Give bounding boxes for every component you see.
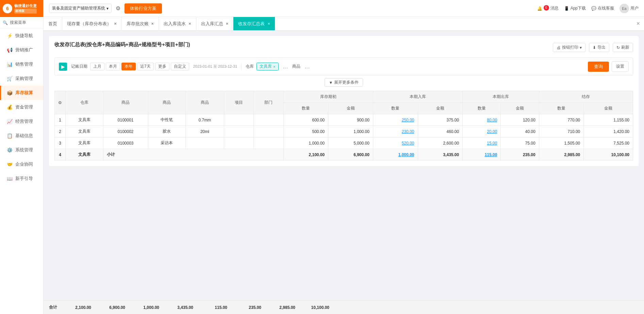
close-tab-icon[interactable]: × xyxy=(114,21,117,26)
date-recent7-btn[interactable]: 近7天 xyxy=(137,63,154,70)
sidebar-item-operations[interactable]: 📈 经营管理 xyxy=(0,114,43,129)
expand-more-btn[interactable]: ▼ 展开更多条件 xyxy=(325,78,363,87)
system-selector[interactable]: 装备及固定资产辅助管理系统 ▾ xyxy=(49,4,112,13)
sidebar-item-label: 资金管理 xyxy=(15,104,33,110)
close-tab-icon[interactable]: × xyxy=(151,21,154,26)
settings-icon[interactable]: ⚙ xyxy=(116,5,120,12)
sidebar-item-label: 快捷导航 xyxy=(15,33,33,39)
subtotal-warehouse: 文具库 xyxy=(66,149,103,161)
cell-out-qty[interactable]: 20.00 xyxy=(463,126,501,137)
cell-out-amt: 40.00 xyxy=(501,126,539,137)
th-group-closing: 结存 xyxy=(539,91,633,103)
cell-project xyxy=(224,114,254,126)
sidebar-item-system[interactable]: ⚙️ 系统管理 xyxy=(0,143,43,157)
print-arrow-icon: ▾ xyxy=(580,45,582,50)
cell-in-qty[interactable]: 230.00 xyxy=(373,126,418,137)
cell-opening-qty: 600.00 xyxy=(283,114,328,126)
close-all-tabs-btn[interactable]: × xyxy=(632,17,644,30)
online-service-btn[interactable]: 💬 在线客服 xyxy=(591,5,614,11)
close-tab-icon[interactable]: × xyxy=(188,21,191,26)
subtotal-label: 小计 xyxy=(103,149,283,161)
close-tab-icon[interactable]: × xyxy=(226,21,229,26)
th-in-qty: 数量 xyxy=(373,103,418,114)
date-custom-btn[interactable]: 自定义 xyxy=(171,63,189,70)
tab-flow[interactable]: 出入库流水 × xyxy=(159,17,196,30)
basic-info-icon: 📋 xyxy=(6,133,13,138)
total-closing-qty: 2,985.00 xyxy=(268,305,295,310)
warehouse-more-icon[interactable]: … xyxy=(283,64,288,70)
subtotal-in-amt: 3,435.00 xyxy=(418,149,463,161)
expand-label: 展开更多条件 xyxy=(334,80,359,85)
avatar: Ea xyxy=(620,4,629,13)
quick-nav-icon: ⚡ xyxy=(6,33,13,38)
goods-more-icon[interactable]: … xyxy=(304,64,310,70)
cell-code: 0100002 xyxy=(103,126,148,137)
cell-in-qty[interactable]: 520.00 xyxy=(373,137,418,149)
cell-code: 0100003 xyxy=(103,137,148,149)
print-btn[interactable]: 🖨 按钮打印 ▾ xyxy=(553,43,585,52)
sidebar-item-finance[interactable]: 💰 资金管理 xyxy=(0,100,43,114)
sidebar-item-label: 营销推广 xyxy=(15,47,33,53)
bell-icon: 🔔 xyxy=(537,6,542,11)
app-download-btn[interactable]: 📱 App下载 xyxy=(564,5,586,11)
th-project: 项目 xyxy=(224,91,254,114)
tab-inventory-distribution[interactable]: 现存量（库存分布表） × xyxy=(62,17,122,30)
search-icon: 🔍 xyxy=(3,20,8,25)
sidebar-item-marketing[interactable]: 📢 营销推广 xyxy=(0,43,43,57)
date-current-year-btn[interactable]: 本年 xyxy=(121,63,136,70)
date-upper-month-btn[interactable]: 上月 xyxy=(90,63,104,70)
th-goods-spec: 商品 xyxy=(186,91,224,114)
subtotal-out-qty: 115.00 xyxy=(463,149,501,161)
th-group-opening: 库存期初 xyxy=(283,91,373,103)
tab-recv-send-summary[interactable]: 收发存汇总表 × xyxy=(233,17,275,30)
sidebar-item-basic-info[interactable]: 📋 基础信息 xyxy=(0,129,43,143)
sidebar-search[interactable]: 🔍 搜索菜单 xyxy=(0,17,43,29)
filter-settings-btn[interactable]: 设置 xyxy=(612,61,629,72)
cell-in-qty[interactable]: 250.00 xyxy=(373,114,418,126)
sidebar-item-guide[interactable]: 📖 新手引导 xyxy=(0,171,43,186)
warehouse-tag[interactable]: 文具库 × xyxy=(257,63,278,70)
date-current-month-btn[interactable]: 本月 xyxy=(106,63,120,70)
cell-closing-qty: 1,505.00 xyxy=(539,137,584,149)
subtotal-closing-amt: 10,100.00 xyxy=(584,149,633,161)
experience-btn[interactable]: 体验行业方案 xyxy=(125,3,162,14)
tab-home[interactable]: 首页 xyxy=(44,17,62,30)
cell-out-qty[interactable]: 15.00 xyxy=(463,137,501,149)
export-icon: ⬇ xyxy=(593,45,596,50)
search-label: 搜索菜单 xyxy=(10,20,26,26)
cell-out-qty[interactable]: 80.00 xyxy=(463,114,501,126)
th-goods-code: 商品 xyxy=(103,91,148,114)
date-more-btn[interactable]: 更多 xyxy=(155,63,169,70)
subtotal-closing-qty: 2,985.00 xyxy=(539,149,584,161)
warehouse-tag-close-icon[interactable]: × xyxy=(273,65,275,69)
sidebar-item-sales[interactable]: 📊 销售管理 xyxy=(0,57,43,71)
tab-summary[interactable]: 出入库汇总 × xyxy=(196,17,234,30)
total-closing-amt: 10,100.00 xyxy=(302,305,329,310)
logo-name: 畅捷通好生意 xyxy=(14,3,37,8)
th-out-qty: 数量 xyxy=(463,103,501,114)
refresh-btn[interactable]: ↻ 刷新 xyxy=(613,43,633,52)
query-btn[interactable]: 查询 xyxy=(588,62,609,72)
sidebar-item-inventory[interactable]: 📦 库存核算 xyxy=(0,86,43,100)
sidebar-item-quick-nav[interactable]: ⚡ 快捷导航 xyxy=(0,29,43,43)
bottom-bar: 合计 2,100.00 6,900.00 1,000.00 3,435.00 1… xyxy=(44,300,644,314)
print-label: 按钮打印 xyxy=(562,45,578,50)
subtotal-out-amt: 235.00 xyxy=(501,149,539,161)
close-tab-icon[interactable]: × xyxy=(267,21,270,26)
notifications-btn[interactable]: 🔔 6 消息 xyxy=(537,5,559,11)
export-btn[interactable]: ⬇ 导出 xyxy=(589,43,609,52)
cell-out-amt: 120.00 xyxy=(501,114,539,126)
online-service-label: 在线客服 xyxy=(598,5,614,11)
cell-spec xyxy=(186,137,224,149)
th-out-amt: 金额 xyxy=(501,103,539,114)
tab-batch-ledger[interactable]: 库存批次账 × xyxy=(122,17,159,30)
filter-toggle-btn[interactable]: ▶ xyxy=(59,63,67,71)
sidebar-item-label: 经营管理 xyxy=(15,118,33,125)
finance-icon: 💰 xyxy=(6,104,13,110)
cell-closing-amt: 1,420.00 xyxy=(584,126,633,137)
sidebar-item-purchase[interactable]: 🛒 采购管理 xyxy=(0,71,43,86)
th-settings: ⚙ xyxy=(55,91,66,114)
sales-icon: 📊 xyxy=(6,62,13,67)
user-menu[interactable]: Ea 用户 xyxy=(620,4,639,13)
sidebar-item-cooperation[interactable]: 🤝 企业协同 xyxy=(0,157,43,171)
